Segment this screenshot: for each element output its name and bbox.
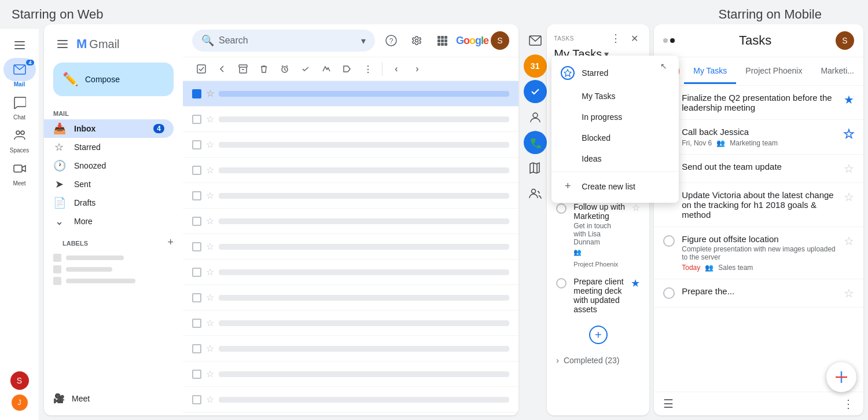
task-circle[interactable] xyxy=(556,278,567,288)
more-options-button[interactable]: ⋮ xyxy=(359,60,377,78)
contacts-side-icon-2[interactable] xyxy=(524,182,547,205)
snooze-button[interactable] xyxy=(275,60,294,78)
dropdown-item-create-new[interactable]: + Create new list xyxy=(551,174,679,198)
email-row[interactable]: ☆ xyxy=(183,311,518,336)
tasks-more-button[interactable]: ⋮ xyxy=(608,30,624,46)
calendar-side-icon[interactable]: 31 xyxy=(524,54,547,78)
hamburger-icon[interactable] xyxy=(53,35,72,53)
email-checkbox[interactable] xyxy=(192,115,201,124)
email-row[interactable]: ☆ xyxy=(183,132,518,158)
sidebar-item-sent[interactable]: ➤ Sent xyxy=(44,175,174,193)
phone-side-icon[interactable] xyxy=(524,131,547,154)
task-item[interactable]: Follow up with Marketing Get in touch wi… xyxy=(547,198,649,272)
email-row[interactable]: ☆ xyxy=(183,234,518,260)
mobile-task-circle[interactable] xyxy=(663,235,675,247)
tasks-side-icon[interactable] xyxy=(524,80,547,103)
sidebar-item-meet[interactable]: 🎥 Meet xyxy=(53,390,174,406)
task-star[interactable]: ★ xyxy=(631,277,640,290)
task-star[interactable]: ☆ xyxy=(632,202,640,213)
mobile-task-item[interactable]: Call back Jessica Fri, Nov 6 👥 Marketing… xyxy=(654,120,863,155)
star-icon[interactable]: ☆ xyxy=(206,292,214,303)
side-hamburger[interactable] xyxy=(8,34,31,57)
mail-side-icon[interactable] xyxy=(524,29,547,52)
star-icon[interactable]: ☆ xyxy=(206,266,214,277)
mobile-task-star-empty[interactable]: ☆ xyxy=(844,234,854,248)
mobile-task-star-empty[interactable]: ☆ xyxy=(844,190,854,204)
mobile-tab-marketing[interactable]: Marketi... xyxy=(811,59,863,84)
next-page-button[interactable]: › xyxy=(408,60,426,78)
sidebar-item-starred[interactable]: ☆ Starred xyxy=(44,138,174,156)
star-icon[interactable]: ☆ xyxy=(206,216,214,227)
email-checkbox[interactable] xyxy=(192,319,201,328)
side-chat-icon[interactable] xyxy=(3,91,36,114)
tasks-close-button[interactable]: ✕ xyxy=(626,30,642,46)
add-task-button[interactable]: + xyxy=(589,326,608,344)
task-item[interactable]: Prepare client meeting deck with updated… xyxy=(547,272,649,319)
user-avatar[interactable]: S xyxy=(491,31,509,50)
star-icon[interactable]: ☆ xyxy=(206,317,214,328)
apps-button[interactable] xyxy=(431,29,454,52)
star-icon[interactable]: ☆ xyxy=(206,88,214,99)
mobile-task-star-blue[interactable]: ★ xyxy=(844,93,854,107)
email-row[interactable]: ☆ xyxy=(183,183,518,209)
mobile-more-icon[interactable]: ⋮ xyxy=(843,397,854,411)
mobile-tab-project-phoenix[interactable]: Project Phoenix xyxy=(736,59,811,84)
label-button[interactable] xyxy=(338,60,356,78)
email-row[interactable]: ☆ xyxy=(183,209,518,234)
email-checkbox[interactable] xyxy=(192,89,201,98)
side-meet-icon[interactable] xyxy=(3,157,36,180)
back-button[interactable] xyxy=(213,60,231,78)
email-checkbox[interactable] xyxy=(192,217,201,226)
compose-button[interactable]: ✏️ Compose xyxy=(53,63,174,96)
email-row[interactable]: ☆ xyxy=(183,158,518,183)
mobile-task-item[interactable]: Update Victoria about the latest change … xyxy=(654,183,863,227)
email-checkbox[interactable] xyxy=(192,293,201,302)
star-icon[interactable]: ☆ xyxy=(206,114,214,125)
mobile-tab-my-tasks[interactable]: My Tasks xyxy=(684,59,736,84)
email-row[interactable]: ☆ xyxy=(183,336,518,361)
mobile-task-item[interactable]: Finalize the Q2 presentation before the … xyxy=(654,86,863,120)
email-checkbox[interactable] xyxy=(192,140,201,149)
settings-button[interactable] xyxy=(405,29,428,52)
dropdown-item-starred[interactable]: Starred xyxy=(551,60,679,86)
email-row[interactable]: ☆ xyxy=(183,107,518,132)
mobile-task-star-empty[interactable]: ☆ xyxy=(844,162,854,176)
sidebar-item-drafts[interactable]: 📄 Drafts xyxy=(44,193,174,212)
delete-button[interactable] xyxy=(255,60,273,78)
maps-side-icon[interactable] xyxy=(524,156,547,180)
mobile-fab-button[interactable] xyxy=(826,362,856,392)
mobile-task-item[interactable]: Figure out offsite location Complete pre… xyxy=(654,227,863,279)
email-row[interactable]: ☆ xyxy=(183,260,518,285)
email-checkbox[interactable] xyxy=(192,166,201,175)
select-all-button[interactable] xyxy=(192,60,211,78)
email-row[interactable]: ☆ xyxy=(183,81,518,107)
email-checkbox[interactable] xyxy=(192,370,201,379)
mobile-user-avatar[interactable]: S xyxy=(836,31,854,50)
add-label-button[interactable]: + xyxy=(167,236,174,249)
mobile-task-item[interactable]: Prepare the... ☆ xyxy=(654,279,863,308)
star-icon[interactable]: ☆ xyxy=(206,343,214,354)
side-avatar-orange[interactable]: J xyxy=(12,395,28,411)
star-icon[interactable]: ☆ xyxy=(206,241,214,252)
search-bar[interactable]: 🔍 Search ▾ xyxy=(192,30,375,52)
dropdown-item-my-tasks[interactable]: My Tasks xyxy=(551,86,679,107)
email-checkbox[interactable] xyxy=(192,395,201,404)
completed-section[interactable]: › Completed (23) xyxy=(547,351,649,370)
dropdown-item-in-progress[interactable]: In progress xyxy=(551,107,679,127)
email-checkbox[interactable] xyxy=(192,242,201,251)
star-icon[interactable]: ☆ xyxy=(206,368,214,379)
mobile-task-circle[interactable] xyxy=(663,287,675,299)
done-button[interactable] xyxy=(296,60,315,78)
mobile-task-star-outline[interactable]: ★ xyxy=(844,127,854,141)
help-button[interactable]: ? xyxy=(380,29,403,52)
side-avatar-red[interactable]: S xyxy=(10,371,29,390)
contacts-side-icon[interactable] xyxy=(524,105,547,129)
mobile-menu-icon[interactable]: ☰ xyxy=(663,397,674,411)
email-row[interactable]: ☆ xyxy=(183,361,518,387)
star-icon[interactable]: ☆ xyxy=(206,139,214,150)
mobile-task-item[interactable]: Send out the team update ☆ xyxy=(654,155,863,183)
sidebar-item-snoozed[interactable]: 🕐 Snoozed xyxy=(44,156,174,175)
email-checkbox[interactable] xyxy=(192,191,201,200)
dropdown-item-ideas[interactable]: Ideas xyxy=(551,148,679,169)
task-circle[interactable] xyxy=(556,203,567,214)
